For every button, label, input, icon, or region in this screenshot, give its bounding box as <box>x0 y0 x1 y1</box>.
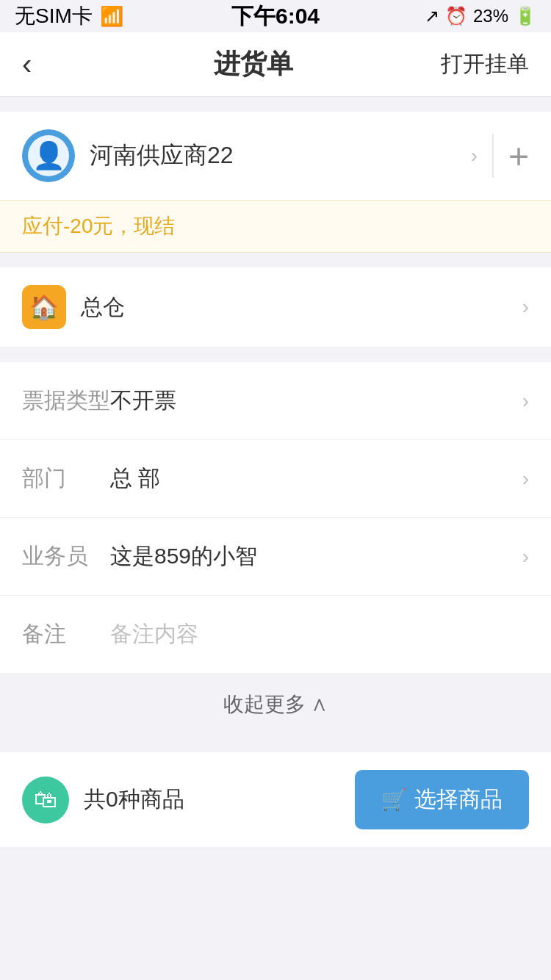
wifi-icon: 📶 <box>100 5 123 28</box>
bottom-bar: 🛍 共0种商品 🛒 选择商品 <box>0 752 551 847</box>
warehouse-arrow-icon: › <box>522 295 529 319</box>
invoice-type-row[interactable]: 票据类型 不开票 › <box>0 362 551 440</box>
location-icon: ↗ <box>425 6 439 26</box>
salesperson-row[interactable]: 业务员 这是859的小智 › <box>0 518 551 596</box>
department-value: 总 部 <box>110 464 522 494</box>
status-right: ↗ ⏰ 23% 🔋 <box>425 6 536 26</box>
invoice-type-arrow-icon: › <box>522 389 529 413</box>
warehouse-icon-container: 🏠 <box>22 285 66 329</box>
avatar-inner: 👤 <box>28 135 69 176</box>
collapse-label: 收起更多 ∧ <box>223 691 328 718</box>
battery-icon: 🔋 <box>514 6 536 26</box>
salesperson-label: 业务员 <box>22 541 110 572</box>
notice-banner: 应付-20元，现结 <box>0 200 551 253</box>
supplier-name: 河南供应商22 <box>90 140 471 172</box>
person-icon: 👤 <box>32 140 65 171</box>
empty-area <box>0 847 551 980</box>
section-divider-3 <box>0 347 551 362</box>
select-product-button[interactable]: 🛒 选择商品 <box>355 770 529 829</box>
supplier-arrow-icon: › <box>471 144 478 167</box>
section-divider-1 <box>0 97 551 112</box>
department-row[interactable]: 部门 总 部 › <box>0 440 551 518</box>
remark-label: 备注 <box>22 619 110 649</box>
status-bar: 无SIM卡 📶 下午6:04 ↗ ⏰ 23% 🔋 <box>0 0 551 32</box>
remark-row[interactable]: 备注 备注内容 <box>0 596 551 673</box>
notice-text: 应付-20元，现结 <box>22 215 175 237</box>
salesperson-value: 这是859的小智 <box>110 541 522 572</box>
product-bag-icon: 🛍 <box>34 786 57 813</box>
remark-placeholder[interactable]: 备注内容 <box>110 619 529 649</box>
nav-bar: ‹ 进货单 打开挂单 <box>0 32 551 97</box>
supplier-row[interactable]: 👤 河南供应商22 › + <box>0 112 551 200</box>
page-title: 进货单 <box>66 46 441 82</box>
section-divider-2 <box>0 253 551 267</box>
department-label: 部门 <box>22 464 110 494</box>
warehouse-name: 总仓 <box>81 292 522 323</box>
product-icon-container: 🛍 <box>22 777 69 824</box>
department-arrow-icon: › <box>522 467 529 491</box>
select-product-icon: 🛒 <box>381 788 407 812</box>
back-button[interactable]: ‹ <box>22 48 66 81</box>
status-left: 无SIM卡 📶 <box>15 2 123 30</box>
open-pending-button[interactable]: 打开挂单 <box>441 49 529 79</box>
section-divider-4 <box>0 736 551 751</box>
supplier-section: 👤 河南供应商22 › + 应付-20元，现结 <box>0 112 551 253</box>
supplier-avatar: 👤 <box>22 129 75 182</box>
product-count-label: 共0种商品 <box>84 785 355 815</box>
collapse-row[interactable]: 收起更多 ∧ <box>0 673 551 736</box>
carrier-label: 无SIM卡 <box>15 2 93 30</box>
supplier-divider <box>492 134 494 178</box>
salesperson-arrow-icon: › <box>522 545 529 569</box>
battery-label: 23% <box>473 6 508 26</box>
invoice-type-label: 票据类型 <box>22 386 110 416</box>
warehouse-icon: 🏠 <box>29 293 59 321</box>
warehouse-row[interactable]: 🏠 总仓 › <box>0 267 551 347</box>
invoice-type-value: 不开票 <box>110 386 522 416</box>
select-product-label: 选择商品 <box>414 785 503 815</box>
alarm-icon: ⏰ <box>445 6 467 26</box>
status-time: 下午6:04 <box>231 1 320 32</box>
form-section: 票据类型 不开票 › 部门 总 部 › 业务员 这是859的小智 › 备注 备注… <box>0 362 551 673</box>
add-supplier-button[interactable]: + <box>508 136 529 176</box>
